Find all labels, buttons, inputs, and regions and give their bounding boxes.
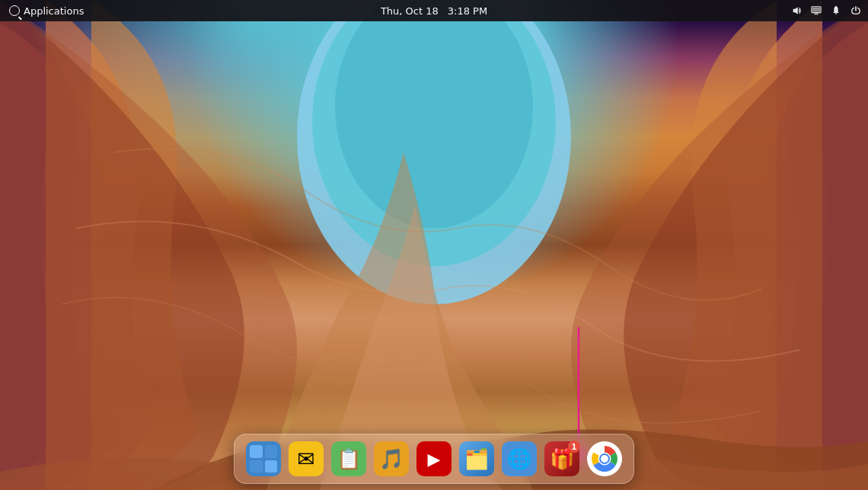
taskbar-dock: ✉️ 📋 🎵 ▶ 🗂️ 🌐 🎁 1 — [234, 434, 634, 484]
date-display: Thu, Oct 18 — [381, 5, 439, 17]
svg-point-12 — [835, 6, 836, 7]
dock-item-chrome[interactable] — [585, 439, 624, 479]
chrome-icon — [589, 443, 621, 475]
dock-item-software[interactable]: 🎁 1 — [542, 439, 582, 479]
dock-item-mail[interactable]: ✉️ — [286, 439, 326, 479]
power-icon[interactable] — [850, 5, 862, 17]
wallpaper-overlay — [0, 0, 868, 490]
display-icon[interactable] — [810, 5, 822, 17]
applications-button[interactable]: Applications — [6, 4, 87, 18]
dock-item-mosaic[interactable] — [244, 439, 283, 479]
volume-icon[interactable] — [790, 5, 803, 17]
mosaic-icon — [250, 445, 277, 473]
dock-item-files[interactable]: 🗂️ — [457, 439, 496, 479]
top-panel: Applications Thu, Oct 18 3:18 PM — [0, 0, 868, 21]
dock-item-settings[interactable]: 🌐 — [499, 439, 539, 479]
notifications-icon[interactable] — [830, 5, 842, 17]
software-badge: 1 — [568, 441, 580, 453]
svg-rect-11 — [814, 14, 818, 15]
panel-right — [790, 5, 862, 17]
applications-label: Applications — [24, 5, 84, 17]
svg-point-16 — [601, 455, 608, 463]
dock-item-music[interactable]: 🎵 — [372, 439, 411, 479]
panel-center: Thu, Oct 18 3:18 PM — [381, 5, 487, 17]
search-icon — [9, 5, 20, 16]
dock-item-youtube[interactable]: ▶ — [414, 439, 454, 479]
dock-item-calendar[interactable]: 📋 — [329, 439, 369, 479]
time-display: 3:18 PM — [448, 5, 487, 17]
panel-left: Applications — [6, 4, 87, 18]
